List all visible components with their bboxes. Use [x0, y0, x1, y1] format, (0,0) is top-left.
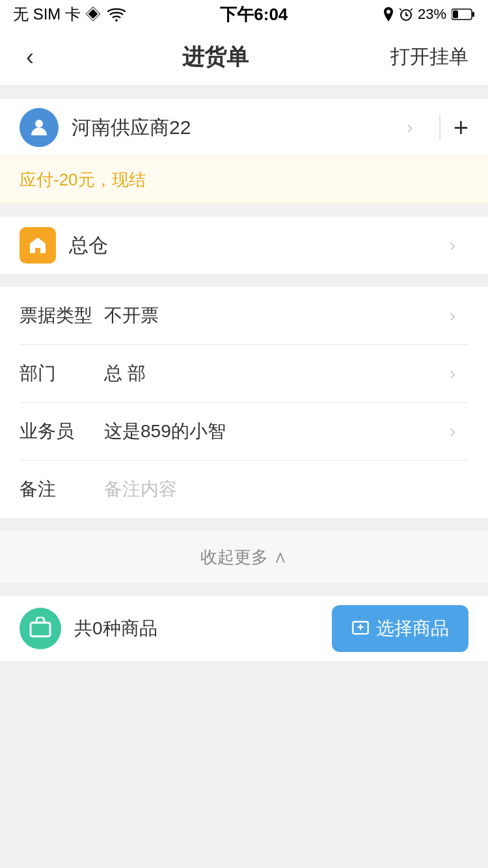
supplier-name: 河南供应商22 [72, 115, 407, 141]
status-right: 23% [383, 6, 475, 23]
svg-rect-7 [31, 623, 50, 636]
person-icon [27, 116, 51, 139]
product-count: 共0种商品 [74, 616, 319, 641]
sales-label: 业务员 [20, 419, 104, 444]
open-pending-button[interactable]: 打开挂单 [390, 44, 468, 70]
sales-chevron-icon: › [450, 421, 455, 442]
select-btn-label: 选择商品 [376, 616, 449, 641]
battery-icon [452, 8, 475, 21]
back-button[interactable]: ‹ [20, 37, 40, 77]
dept-label: 部门 [20, 361, 104, 386]
top-gap [0, 86, 488, 99]
cart-icon [29, 617, 52, 640]
status-time: 下午6:04 [220, 3, 288, 26]
warehouse-svg-icon [27, 235, 48, 256]
remark-row[interactable]: 备注 备注内容 [0, 461, 488, 518]
status-bar: 无 SIM 卡 ◈ 下午6:04 23% [0, 0, 488, 29]
svg-point-1 [386, 10, 390, 14]
gap-4 [0, 518, 488, 531]
gap-5 [0, 583, 488, 596]
notice-bar: 应付-20元，现结 [0, 156, 488, 204]
collapse-bar[interactable]: 收起更多 ∧ [0, 531, 488, 583]
invoice-row[interactable]: 票据类型 不开票 › [0, 287, 488, 344]
supplier-avatar [20, 108, 59, 147]
supplier-divider [439, 115, 441, 141]
svg-rect-5 [453, 10, 458, 18]
page-title: 进货单 [182, 42, 249, 72]
invoice-label: 票据类型 [20, 303, 104, 328]
location-icon [383, 7, 394, 21]
dept-value: 总 部 [104, 361, 450, 386]
product-bar: 共0种商品 选择商品 [0, 596, 488, 661]
add-supplier-button[interactable]: + [454, 113, 468, 142]
gap-3 [0, 274, 488, 287]
svg-point-6 [35, 120, 43, 128]
alarm-icon [400, 7, 413, 21]
warehouse-row[interactable]: 总仓 › [0, 217, 488, 274]
warehouse-icon-container [20, 227, 56, 264]
wifi-icon [107, 7, 126, 21]
notice-text: 应付-20元，现结 [20, 170, 146, 189]
product-icon-container [20, 608, 61, 649]
remark-input[interactable]: 备注内容 [104, 477, 468, 502]
dept-row[interactable]: 部门 总 部 › [0, 345, 488, 402]
nav-bar: ‹ 进货单 打开挂单 [0, 29, 488, 86]
status-left: 无 SIM 卡 ◈ [13, 4, 126, 25]
sales-row[interactable]: 业务员 这是859的小智 › [0, 403, 488, 460]
battery-text: 23% [418, 6, 446, 23]
warehouse-name: 总仓 [69, 232, 450, 259]
select-product-button[interactable]: 选择商品 [332, 605, 468, 652]
supplier-chevron-icon: › [407, 117, 413, 138]
svg-rect-4 [472, 12, 474, 17]
form-section: 票据类型 不开票 › 部门 总 部 › 业务员 这是859的小智 › 备注 备注… [0, 287, 488, 518]
gap-2 [0, 204, 488, 217]
invoice-chevron-icon: › [450, 305, 455, 326]
warehouse-chevron-icon: › [450, 235, 455, 256]
supplier-row[interactable]: 河南供应商22 › + [0, 99, 488, 156]
svg-point-0 [115, 20, 118, 21]
dept-chevron-icon: › [450, 363, 455, 384]
sales-value: 这是859的小智 [104, 419, 450, 444]
invoice-value: 不开票 [104, 303, 450, 328]
select-product-icon [351, 619, 370, 638]
collapse-text: 收起更多 ∧ [200, 546, 287, 569]
signal-text: 无 SIM 卡 ◈ [13, 4, 101, 25]
remark-label: 备注 [20, 477, 104, 502]
page-background [0, 661, 488, 856]
